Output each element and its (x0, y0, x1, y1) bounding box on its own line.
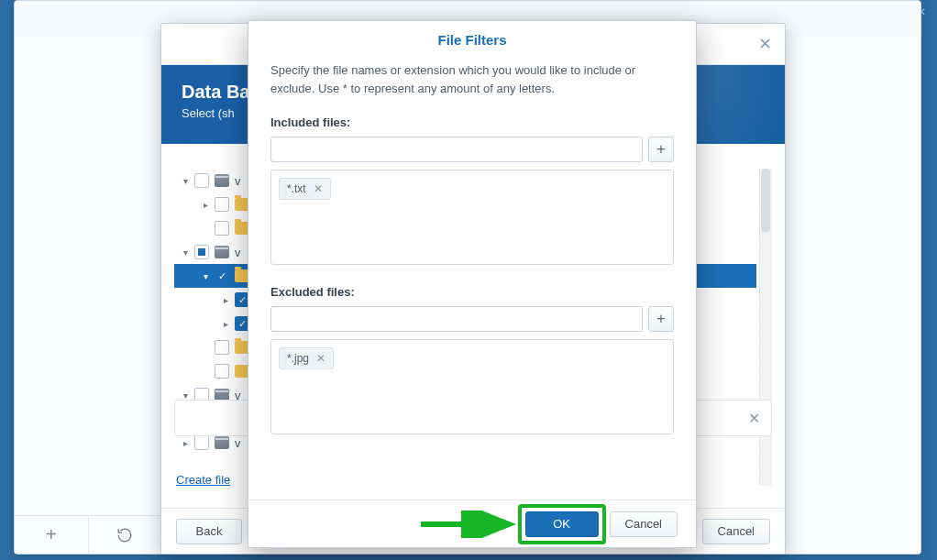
dialog-description: Specify the file names or extension whic… (270, 61, 674, 97)
back-button[interactable]: Back (176, 519, 242, 544)
filter-chip-label: *.jpg (287, 352, 309, 365)
filter-chip: *.txt✕ (279, 178, 331, 200)
filter-chip: *.jpg✕ (279, 347, 334, 369)
volume-icon (215, 174, 229, 187)
tree-checkbox[interactable] (215, 221, 229, 236)
tree-node-label: v (235, 174, 241, 188)
create-file-filter-link[interactable]: Create file (176, 473, 230, 487)
tree-checkbox[interactable] (215, 197, 229, 212)
expand-arrow-icon[interactable]: ▾ (180, 247, 191, 258)
left-toolbar: + (15, 515, 161, 554)
included-add-button[interactable]: + (648, 137, 674, 162)
file-filters-dialog: File Filters Specify the file names or e… (248, 20, 697, 548)
filter-summary-close-icon[interactable]: ✕ (748, 410, 760, 427)
tree-node-label: v (235, 246, 241, 259)
tree-checkbox[interactable] (194, 173, 209, 188)
dialog-footer: OK Cancel (248, 500, 696, 547)
tree-node-label: v (235, 436, 241, 450)
expand-arrow-icon[interactable]: ▾ (180, 390, 191, 401)
expand-arrow-icon[interactable]: ▾ (180, 176, 191, 186)
expand-arrow-icon[interactable]: ▾ (200, 271, 211, 281)
chip-remove-icon[interactable]: ✕ (314, 182, 323, 195)
tree-checkbox[interactable] (215, 340, 229, 355)
chip-remove-icon[interactable]: ✕ (316, 352, 325, 365)
included-files-input[interactable] (270, 137, 643, 162)
cancel-button[interactable]: Cancel (610, 511, 678, 537)
included-files-label: Included files: (270, 115, 674, 129)
history-button[interactable] (89, 516, 162, 554)
expand-arrow-icon[interactable]: ▸ (220, 295, 231, 305)
add-task-button[interactable]: + (15, 516, 89, 554)
wizard-close-icon[interactable]: ✕ (758, 34, 772, 54)
included-files-list: *.txt✕ (270, 170, 674, 265)
wizard-cancel-button[interactable]: Cancel (702, 519, 770, 544)
excluded-add-button[interactable]: + (648, 306, 674, 332)
tree-checkbox[interactable] (215, 269, 229, 283)
tree-checkbox[interactable] (215, 364, 229, 379)
tree-checkbox[interactable] (194, 245, 209, 259)
excluded-files-input[interactable] (270, 306, 643, 332)
ok-button[interactable]: OK (525, 511, 599, 537)
filter-chip-label: *.txt (287, 182, 306, 195)
volume-icon (215, 436, 229, 449)
expand-arrow-icon[interactable]: ▸ (200, 200, 211, 210)
tree-scrollbar[interactable] (759, 169, 772, 486)
tree-checkbox[interactable] (194, 435, 209, 450)
excluded-files-label: Excluded files: (270, 285, 674, 299)
expand-arrow-icon[interactable]: ▸ (220, 319, 231, 329)
volume-icon (215, 246, 229, 258)
dialog-title: File Filters (248, 21, 696, 58)
expand-arrow-icon[interactable]: ▸ (180, 438, 191, 448)
excluded-files-list: *.jpg✕ (270, 339, 674, 434)
